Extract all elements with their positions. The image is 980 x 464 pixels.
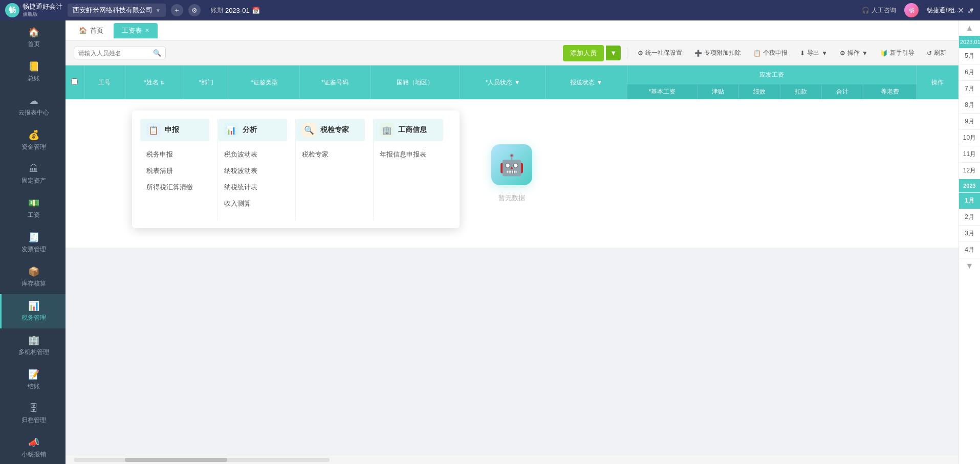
top-bar: 畅 畅捷通好会计 旗舰版 西安虾米网络科技有限公司 ▼ ＋ ⚙ 账期 2023-…: [0, 0, 980, 20]
cloud-icon: ☁: [29, 95, 38, 106]
sidebar-item-salary[interactable]: 💵 工资: [0, 191, 66, 226]
headset-icon: 🎧: [862, 7, 869, 14]
month-8[interactable]: 8月: [959, 97, 980, 114]
export-button[interactable]: ⬇ 导出 ▼: [796, 47, 832, 59]
sidebar-item-inventory[interactable]: 📦 库存核算: [0, 260, 66, 294]
tab-close-button[interactable]: ✕: [145, 27, 149, 34]
tax-filing-button[interactable]: 📋 个税申报: [749, 47, 792, 59]
tab-bar: 🏠 首页 工资表 ✕: [66, 20, 959, 41]
sidebar-item-archive[interactable]: 🗄 归档管理: [0, 397, 66, 431]
business-icon: 🏢: [380, 123, 394, 137]
col-status: *人员状态 ▼: [460, 65, 546, 99]
service-button[interactable]: 🎧 人工咨询: [862, 6, 896, 15]
window-maximize-button[interactable]: ⤢: [967, 6, 974, 15]
sidebar-item-invoice[interactable]: 🧾 发票管理: [0, 226, 66, 260]
special-deduction-icon: ➕: [694, 50, 702, 57]
month-5[interactable]: 5月: [959, 48, 980, 64]
menu-item-tax-form[interactable]: 税表清册: [140, 163, 209, 179]
year-header: 2023.01: [959, 36, 980, 48]
window-close-button[interactable]: ✕: [957, 6, 964, 15]
month-10[interactable]: 10月: [959, 130, 980, 146]
sidebar-item-expense[interactable]: 📣 小畅报销: [0, 431, 66, 464]
menu-item-income-estimate[interactable]: 收入测算: [218, 195, 287, 212]
month-7[interactable]: 7月: [959, 81, 980, 97]
month-9[interactable]: 9月: [959, 114, 980, 130]
toolbar-separator: [627, 48, 627, 58]
ledger-icon: 📒: [28, 61, 39, 72]
tab-home[interactable]: 🏠 首页: [71, 23, 112, 38]
horizontal-scrollbar[interactable]: [66, 456, 959, 464]
app-logo: 畅 畅捷通好会计 旗舰版: [5, 3, 62, 18]
menu-item-tax-filing[interactable]: 税务申报: [140, 146, 209, 163]
settings-button[interactable]: ⚙: [188, 4, 201, 16]
assets-icon: 🏛: [29, 164, 38, 174]
year-prev-button[interactable]: ▲: [959, 20, 980, 36]
company-selector[interactable]: 西安虾米网络科技有限公司 ▼: [68, 4, 166, 17]
scrollbar-track: [74, 458, 330, 462]
menu-item-annual-report[interactable]: 年报信息申报表: [374, 146, 443, 163]
current-year-label: 2023: [959, 179, 980, 193]
menu-item-tax-fluctuation[interactable]: 纳税波动表: [218, 163, 287, 179]
tab-salary-table[interactable]: 工资表 ✕: [114, 23, 158, 38]
add-person-dropdown-button[interactable]: ▼: [606, 46, 621, 60]
month-2[interactable]: 2月: [959, 209, 980, 226]
year-next-button[interactable]: ▼: [959, 258, 980, 274]
menu-item-tax-expert[interactable]: 税检专家: [296, 146, 365, 163]
status-filter-icon[interactable]: ▼: [514, 79, 520, 86]
operation-chevron-icon: ▼: [862, 50, 868, 57]
calendar-icon[interactable]: 📅: [252, 7, 260, 14]
dropdown-overlay: 📋 申报 税务申报 税表清册 所得税汇算清缴 📊 分析 税负波动表: [132, 111, 460, 228]
col-allowance: 津贴: [698, 84, 739, 99]
social-insurance-icon: ⚙: [638, 50, 643, 57]
col-submit-status: 报送状态 ▼: [546, 65, 627, 99]
scrollbar-thumb[interactable]: [125, 458, 227, 462]
sidebar-item-finance[interactable]: 💰 资金管理: [0, 123, 66, 158]
col-id-num: *证鉴号码: [299, 65, 370, 99]
name-sort-icon[interactable]: ⇅: [160, 80, 164, 85]
col-performance: 绩效: [739, 84, 780, 99]
content-area: 🏠 首页 工资表 ✕ 🔍 添加人员 ▼ ⚙ 统: [66, 20, 959, 464]
analysis-section-header: 📊 分析: [218, 119, 287, 141]
period-label: 账期: [211, 6, 223, 15]
social-insurance-button[interactable]: ⚙ 统一社保设置: [634, 47, 686, 59]
sidebar-item-assets[interactable]: 🏛 固定资产: [0, 158, 66, 191]
guide-button[interactable]: 🔰 新手引导: [876, 47, 919, 59]
close-period-icon: 📝: [28, 369, 39, 380]
sidebar-item-tax[interactable]: 📊 税务管理: [0, 294, 66, 328]
sidebar-item-cloud[interactable]: ☁ 云报表中心: [0, 89, 66, 123]
col-total: 合计: [822, 84, 863, 99]
month-4[interactable]: 4月: [959, 242, 980, 258]
add-company-button[interactable]: ＋: [171, 4, 183, 16]
sidebar-item-multiorg[interactable]: 🏢 多机构管理: [0, 328, 66, 363]
operation-button[interactable]: ⚙ 操作 ▼: [836, 47, 872, 59]
menu-section-analysis: 📊 分析 税负波动表 纳税波动表 纳税统计表 收入测算: [218, 119, 296, 220]
col-base-salary: *基本工资: [627, 84, 698, 99]
export-icon: ⬇: [800, 50, 805, 57]
add-person-button[interactable]: 添加人员: [563, 45, 604, 61]
sidebar-item-home[interactable]: 🏠 首页: [0, 20, 66, 55]
month-12[interactable]: 12月: [959, 163, 980, 179]
analysis-icon: 📊: [224, 123, 238, 137]
sidebar-item-ledger[interactable]: 📒 总账: [0, 55, 66, 89]
export-chevron-icon: ▼: [821, 50, 827, 57]
col-id-type: *证鉴类型: [229, 65, 300, 99]
special-deduction-button[interactable]: ➕ 专项附加扣除: [690, 47, 745, 59]
month-1[interactable]: 1月: [959, 193, 980, 209]
menu-item-tax-burden[interactable]: 税负波动表: [218, 146, 287, 163]
filing-section-header: 📋 申报: [140, 119, 209, 141]
refresh-button[interactable]: ↺ 刷新: [923, 47, 950, 59]
company-name: 西安虾米网络科技有限公司: [73, 6, 153, 15]
submit-filter-icon[interactable]: ▼: [597, 79, 603, 86]
month-6[interactable]: 6月: [959, 64, 980, 81]
sidebar-item-close[interactable]: 📝 结账: [0, 363, 66, 397]
search-box[interactable]: 🔍: [74, 47, 166, 59]
avatar: 畅: [904, 3, 919, 17]
menu-item-income-tax-settlement[interactable]: 所得税汇算清缴: [140, 179, 209, 195]
col-payroll-group: 应发工资: [627, 65, 917, 84]
month-3[interactable]: 3月: [959, 226, 980, 242]
search-input[interactable]: [78, 50, 150, 57]
month-11[interactable]: 11月: [959, 146, 980, 163]
menu-item-tax-stats[interactable]: 纳税统计表: [218, 179, 287, 195]
select-all-checkbox[interactable]: [71, 78, 78, 85]
logo-icon: 畅: [5, 3, 19, 17]
